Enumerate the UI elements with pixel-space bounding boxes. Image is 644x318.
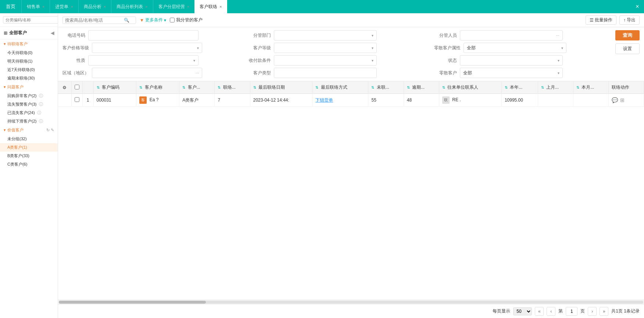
my-customers-checkbox[interactable] bbox=[170, 18, 175, 22]
th-last-month[interactable]: ⇅ 上月... bbox=[538, 81, 573, 94]
sidebar-search-input[interactable] bbox=[3, 16, 58, 24]
th-this-year[interactable]: ⇅ 本年... bbox=[501, 81, 538, 94]
edit-icon[interactable]: ✎ bbox=[51, 128, 54, 132]
filter-label-retail: 零散客户 bbox=[434, 70, 460, 76]
nav-tab-close[interactable]: × bbox=[219, 4, 222, 9]
qr-icon[interactable]: ⊞ bbox=[620, 97, 625, 103]
th-settings[interactable]: ⚙ bbox=[58, 81, 71, 94]
sidebar-item-today[interactable]: 今天待联络(0) bbox=[0, 49, 58, 57]
col-sort-icon: ⇅ bbox=[182, 85, 185, 89]
nav-tab-close[interactable]: × bbox=[187, 4, 189, 9]
dropdown-arrow-icon: ▾ bbox=[372, 46, 373, 50]
export-button[interactable]: ↑ 导出 bbox=[619, 15, 640, 25]
nav-tab-label: 进货单 bbox=[55, 4, 68, 10]
filter-search-icon[interactable]: 🔍 bbox=[124, 18, 129, 23]
th-category[interactable]: ⇅ 客户... bbox=[179, 81, 215, 94]
th-overdue[interactable]: ⇅ 逾期... bbox=[404, 81, 439, 94]
sidebar-item-tomorrow[interactable]: 明天待联络(1) bbox=[0, 57, 58, 66]
page-size-select[interactable]: 50 100 200 bbox=[513, 307, 532, 315]
filter-more-btn[interactable]: ▼ 更多条件 ▾ bbox=[140, 17, 166, 23]
filter-input-status[interactable]: ▾ bbox=[460, 55, 563, 66]
export-icon: ↑ bbox=[623, 18, 626, 23]
filter-search-input[interactable] bbox=[65, 18, 124, 23]
last-page-button[interactable]: » bbox=[600, 307, 608, 316]
filter-input-customer-level[interactable]: ▾ bbox=[274, 43, 377, 53]
query-button[interactable]: 查询 bbox=[615, 30, 640, 40]
sidebar-group-value[interactable]: ▾ 价值客户 ↻ ✎ bbox=[0, 126, 58, 135]
nav-tab-close[interactable]: × bbox=[104, 4, 106, 9]
th-not-contacted[interactable]: ⇅ 未联... bbox=[368, 81, 404, 94]
filter-input-dept[interactable]: ▾ bbox=[274, 30, 377, 40]
nav-tab-sales[interactable]: 销售单 × bbox=[21, 0, 50, 13]
th-this-month[interactable]: ⇅ 本月... bbox=[573, 81, 608, 94]
th-num bbox=[82, 81, 93, 94]
filter-input-payment[interactable]: ▾ bbox=[274, 55, 377, 66]
sidebar-item-overdue[interactable]: 逾期未联络(30) bbox=[0, 74, 58, 82]
dropdown-arrow-icon: ▾ bbox=[558, 59, 559, 63]
window-close-button[interactable]: × bbox=[631, 0, 644, 13]
sidebar-item-churn-warn[interactable]: 流失预警客户(3) ⓘ bbox=[0, 100, 58, 109]
filter-input-price-level[interactable]: ▾ bbox=[92, 43, 202, 53]
sidebar-item-declining[interactable]: 持续下滑客户(2) ⓘ bbox=[0, 117, 58, 126]
th-label: 未联... bbox=[377, 85, 389, 90]
group-arrow-icon: ▾ bbox=[4, 85, 6, 89]
sidebar-collapse-icon[interactable]: ◀ bbox=[51, 31, 54, 36]
th-last-contact-way[interactable]: ⇅ 最后联络方式 bbox=[312, 81, 368, 94]
td-actions: 💬 ⊞ bbox=[609, 94, 644, 107]
sidebar-item-ungrouped[interactable]: 未分组(32) bbox=[0, 135, 58, 143]
nav-tab-close[interactable]: × bbox=[145, 4, 147, 9]
filter-row-2: 客户价格等级 ▾ 客户等级 ▾ bbox=[62, 43, 611, 53]
select-all-checkbox[interactable] bbox=[75, 85, 79, 89]
nav-tab-purchase[interactable]: 进货单 × bbox=[50, 0, 78, 13]
td-checkbox[interactable] bbox=[71, 94, 82, 107]
refresh-icon[interactable]: ↻ bbox=[46, 128, 50, 132]
sidebar-item-a-class[interactable]: A类客户(1) bbox=[0, 143, 58, 152]
th-last-contact-date[interactable]: ⇅ 最后联络日期 bbox=[250, 81, 312, 94]
message-icon[interactable]: 💬 bbox=[612, 97, 618, 103]
horizontal-scrollbar[interactable] bbox=[58, 300, 644, 304]
dropdown-arrow-icon: ▾ bbox=[164, 18, 166, 23]
filter-input-region[interactable]: ··· bbox=[92, 68, 202, 78]
row-checkbox[interactable] bbox=[75, 97, 79, 102]
filter-input-nature[interactable]: ▾ bbox=[88, 55, 198, 66]
th-code[interactable]: ⇅ 客户编码 bbox=[93, 81, 136, 94]
filter-input-retail-attr[interactable]: 全部 ▾ bbox=[464, 43, 566, 53]
dropdown-arrow-icon: ▾ bbox=[197, 46, 199, 50]
sidebar-group-problem[interactable]: ▾ 问题客户 bbox=[0, 82, 58, 92]
sidebar-item-abnormal[interactable]: 回购异常客户(2) ⓘ bbox=[0, 92, 58, 100]
batch-op-button[interactable]: ☰ 批量操作 bbox=[586, 15, 616, 25]
th-unit-contacts[interactable]: ⇅ 往来单位联系人 bbox=[439, 81, 502, 94]
td-last-contact-way[interactable]: 下销货单 bbox=[312, 94, 368, 107]
nav-tab-close[interactable]: × bbox=[42, 4, 44, 9]
info-icon: ⓘ bbox=[37, 110, 41, 115]
sidebar-item-c-class[interactable]: C类客户(6) bbox=[0, 160, 58, 169]
last-contact-way-link[interactable]: 下销货单 bbox=[315, 98, 333, 103]
nav-tab-product-list[interactable]: 商品分析列表 × bbox=[111, 0, 153, 13]
nav-tab-customer-contact[interactable]: 客户联络 × bbox=[194, 0, 227, 13]
settings-button[interactable]: 设置 bbox=[615, 43, 640, 54]
my-customers-check[interactable]: 我分管的客户 bbox=[170, 17, 203, 23]
nav-tab-customer-segment[interactable]: 客户分层经营 × bbox=[153, 0, 194, 13]
nav-tab-close[interactable]: × bbox=[71, 4, 73, 9]
first-page-button[interactable]: « bbox=[535, 307, 544, 316]
sidebar-item-churned[interactable]: 已流失客户(24) ⓘ bbox=[0, 109, 58, 117]
th-checkbox[interactable] bbox=[71, 81, 82, 94]
th-name[interactable]: ⇅ 客户名称 bbox=[136, 81, 179, 94]
sidebar-item-week[interactable]: 近7天待联络(0) bbox=[0, 66, 58, 74]
nav-home[interactable]: 首页 bbox=[0, 0, 21, 13]
filter-input-retail[interactable]: 全部 ▾ bbox=[460, 68, 563, 78]
prev-page-button[interactable]: ‹ bbox=[547, 307, 555, 316]
filter-input-customer-type[interactable] bbox=[274, 68, 377, 78]
th-label: 联络动作 bbox=[612, 85, 629, 90]
sidebar-item-b-class[interactable]: B类客户(33) bbox=[0, 152, 58, 160]
filter-input-phone[interactable] bbox=[88, 30, 198, 40]
filter-input-person[interactable]: ··· bbox=[460, 30, 563, 40]
nav-tab-product-analysis[interactable]: 商品分析 × bbox=[78, 0, 111, 13]
sidebar-group-pending[interactable]: ▾ 待联络客户 bbox=[0, 39, 58, 49]
scrollbar-thumb[interactable] bbox=[59, 301, 206, 304]
th-contacts[interactable]: ⇅ 联络... bbox=[215, 81, 250, 94]
next-page-button[interactable]: › bbox=[588, 307, 597, 316]
my-customers-label: 我分管的客户 bbox=[176, 17, 203, 23]
sidebar-root-label: 全部客户 bbox=[9, 30, 27, 36]
page-number-input[interactable] bbox=[566, 307, 577, 316]
